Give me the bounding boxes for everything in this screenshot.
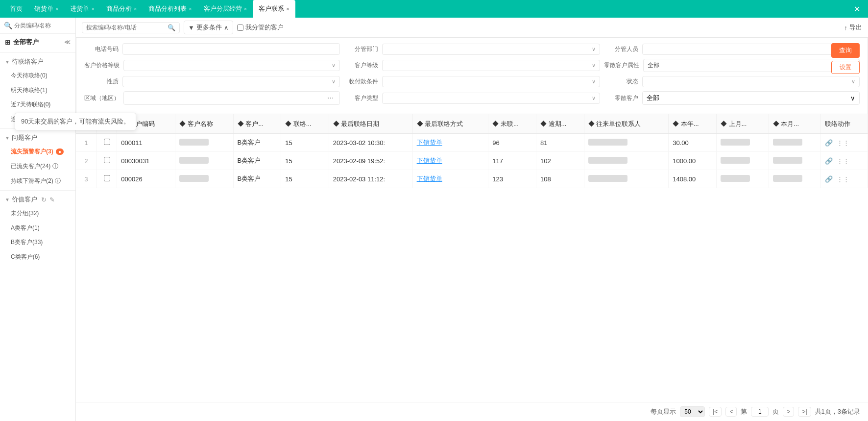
export-btn[interactable]: ↑ 导出 [844,23,863,32]
main-search-icon[interactable]: 🔍 [168,24,175,31]
person-select[interactable]: ∨ [642,44,845,55]
row-checkbox-2[interactable] [96,170,117,188]
row-checkbox-0[interactable] [96,134,117,152]
action-more-icon[interactable]: ⋮⋮ [837,175,849,183]
row-current-month-1 [769,152,821,170]
last-page-btn[interactable]: >| [798,407,811,417]
th-type-label: ◆ 客户... [238,120,264,127]
sidebar-item-class-c[interactable]: C类客户(6) [0,250,75,265]
sidebar-item-class-b[interactable]: B类客户(33) [0,235,75,250]
filter-field-status: 状态 ∨ [604,76,860,87]
sidebar-item-ungrouped[interactable]: 未分组(32) [0,206,75,221]
customer-type-select[interactable]: ∨ [382,93,600,104]
row-checkbox-1[interactable] [96,152,117,170]
row-last-contact-date-2: 2023-02-03 11:12: [329,170,412,188]
all-customers-label: 全部客户 [13,38,39,47]
close-all-icon[interactable]: ✕ [850,4,864,14]
close-customer-layer-icon[interactable]: × [244,6,247,12]
all-customers-section[interactable]: ⊞ 全部客户 ≪ [0,34,75,50]
sidebar-item-churned[interactable]: 已流失客户(24) ⓘ [0,159,75,174]
row-last-contact-method-0[interactable]: 下销货单 [412,134,488,152]
payment-label: 收付款条件 [344,77,378,86]
retail-customer-select[interactable]: 全部 ∨ [642,91,860,105]
tab-sales-order-label: 销货单 [34,4,53,13]
group-problem-customers[interactable]: ▼ 问题客户 [0,131,75,145]
close-product-analysis-list-icon[interactable]: × [189,6,192,12]
filter-field-retail-customer: 零散客户 全部 ∨ [604,91,860,105]
home-tab[interactable]: 首页 [4,4,28,13]
close-product-analysis-icon[interactable]: × [134,6,137,12]
action-link-icon[interactable]: 🔗 [825,157,833,165]
more-conditions-btn[interactable]: ▼ 更多条件 ∧ [184,21,233,34]
tab-product-analysis-list-label: 商品分析列表 [148,4,187,13]
sidebar-item-class-a[interactable]: A类客户(1) [0,221,75,236]
sidebar-item-today-contact[interactable]: 今天待联络(0) [0,69,75,83]
next-page-btn[interactable]: > [783,407,794,417]
row-actions-1[interactable]: 🔗 ⋮⋮ [821,152,868,170]
edit-icon[interactable]: ✎ [49,196,55,203]
row-actions-0[interactable]: 🔗 ⋮⋮ [821,134,868,152]
main-search-input[interactable] [86,24,165,31]
group-pending-contact-label: 待联络客户 [12,57,44,66]
table-row: 3 000026 B类客户 15 2023-02-03 11:12: 下销货单 … [76,170,868,188]
row-last-contact-method-1[interactable]: 下销货单 [412,152,488,170]
phone-input[interactable] [122,43,340,55]
prev-page-btn[interactable]: < [725,407,737,417]
row-last-contact-method-2[interactable]: 下销货单 [412,170,488,188]
tab-customer-contact[interactable]: 客户联系 × [253,0,295,18]
close-customer-contact-icon[interactable]: × [286,6,289,12]
group-pending-contact[interactable]: ▼ 待联络客户 [0,55,75,69]
sidebar-item-week-contact[interactable]: 近7天待联络(0) [0,98,75,112]
nature-select[interactable]: ∨ [122,76,340,87]
price-grade-select[interactable]: ∨ [123,60,340,71]
sidebar-item-declining[interactable]: 持续下滑客户(2) ⓘ [0,174,75,189]
sidebar-search-box[interactable]: 🔍 [0,18,75,34]
row-num-2: 3 [76,170,96,188]
first-page-btn[interactable]: |< [709,407,722,417]
tab-product-analysis[interactable]: 商品分析 × [100,0,143,18]
row-overdue-days-1: 102 [536,152,584,170]
retail-customer-value: 全部 [647,94,659,102]
group-value-customers[interactable]: ▼ 价值客户 ↻ ✎ [0,193,75,206]
refresh-icon[interactable]: ↻ [41,196,47,203]
row-actions-2[interactable]: 🔗 ⋮⋮ [821,170,868,188]
my-customers-checkbox-label[interactable]: 我分管的客户 [237,23,284,32]
th-current-year-label: ◆ 本年... [673,120,699,127]
tab-customer-layer[interactable]: 客户分层经营 × [198,0,253,18]
close-purchase-order-icon[interactable]: × [91,6,94,12]
action-link-icon[interactable]: 🔗 [825,175,833,183]
tab-purchase-order[interactable]: 进货单 × [64,0,100,18]
pagination-bar: 每页显示 50 100 |< < 第 页 > >| 共1页，3条记录 [76,402,868,421]
row-code-2: 000026 [117,170,175,188]
tab-product-analysis-list[interactable]: 商品分析列表 × [143,0,197,18]
customer-grade-select[interactable]: ∨ [382,60,600,71]
payment-chevron-icon: ∨ [592,78,596,85]
payment-select[interactable]: ∨ [382,76,600,87]
close-sales-order-icon[interactable]: × [55,6,58,12]
customer-table: ⚙ ◆ 客户编码 ◆ 客户名称 ◆ 客户... [76,114,868,188]
region-select[interactable]: ··· [123,91,340,105]
collapse-icon[interactable]: ≪ [64,39,71,46]
action-more-icon[interactable]: ⋮⋮ [837,139,849,147]
region-more-dots[interactable]: ··· [325,94,336,102]
th-current-year: ◆ 本年... [669,114,717,134]
grid-icon: ⊞ [5,39,10,46]
sidebar-search-input[interactable] [14,22,76,29]
my-customers-checkbox[interactable] [237,25,243,31]
action-link-icon[interactable]: 🔗 [825,139,833,147]
dept-select[interactable]: ∨ [382,44,600,55]
action-more-icon[interactable]: ⋮⋮ [837,157,849,165]
settings-button[interactable]: 设置 [831,61,860,74]
triangle-down-icon-2: ▼ [5,135,10,141]
query-button[interactable]: 查询 [831,43,860,58]
page-size-select[interactable]: 50 100 [680,406,705,417]
sidebar-item-tomorrow-contact[interactable]: 明天待联络(1) [0,83,75,98]
sidebar-item-churn-warning[interactable]: 流失预警客户(3) ● [0,145,75,159]
total-label: 共1页，3条记录 [815,407,860,416]
status-select[interactable]: ∨ [642,76,860,87]
retail-attr-select[interactable]: 全部 ∨ [643,59,860,72]
tab-purchase-order-label: 进货单 [70,4,89,13]
main-search-box[interactable]: 🔍 [82,22,180,33]
current-page-input[interactable] [751,407,769,417]
tab-sales-order[interactable]: 销货单 × [28,0,64,18]
